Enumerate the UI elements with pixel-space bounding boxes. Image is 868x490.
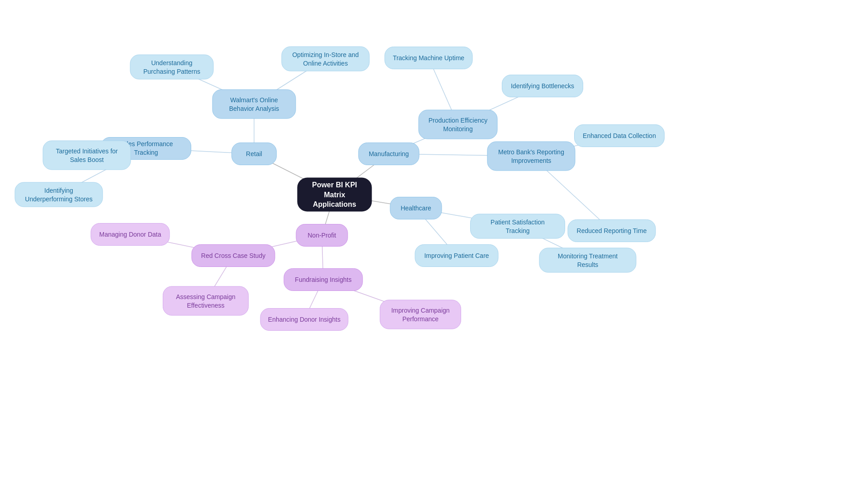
node-metro: Metro Bank's Reporting Improvements xyxy=(487,142,576,171)
node-managing: Managing Donor Data xyxy=(91,223,170,246)
node-fundraising: Fundraising Insights xyxy=(284,268,363,291)
node-targeted: Targeted Initiatives for Sales Boost xyxy=(43,141,131,170)
node-retail: Retail xyxy=(231,143,277,165)
node-enhanced: Enhanced Data Collection xyxy=(574,124,665,147)
node-improving-campaign: Improving Campaign Performance xyxy=(380,300,461,329)
center-node: Power BI KPI Matrix Applications xyxy=(297,178,372,212)
node-walmart: Walmart's Online Behavior Analysis xyxy=(212,90,296,119)
node-understanding: Understanding Purchasing Patterns xyxy=(130,55,214,80)
node-optimizing: Optimizing In-Store and Online Activitie… xyxy=(282,47,370,71)
node-identifying: Identifying Underperforming Stores xyxy=(15,182,103,207)
node-redcross: Red Cross Case Study xyxy=(192,244,275,267)
node-patient: Patient Satisfaction Tracking xyxy=(470,214,565,239)
node-production: Production Efficiency Monitoring xyxy=(419,110,498,139)
node-reduced: Reduced Reporting Time xyxy=(568,219,656,242)
node-enhancing: Enhancing Donor Insights xyxy=(260,308,349,331)
node-assessing: Assessing Campaign Effectiveness xyxy=(163,286,249,316)
node-manufacturing: Manufacturing xyxy=(359,143,420,165)
node-monitoring: Monitoring Treatment Results xyxy=(539,248,637,273)
node-healthcare: Healthcare xyxy=(390,197,442,219)
node-bottlenecks: Identifying Bottlenecks xyxy=(502,75,583,97)
node-improving-patient: Improving Patient Care xyxy=(415,244,499,267)
node-trackingmachine: Tracking Machine Uptime xyxy=(385,47,473,69)
node-nonprofit: Non-Profit xyxy=(296,224,348,247)
